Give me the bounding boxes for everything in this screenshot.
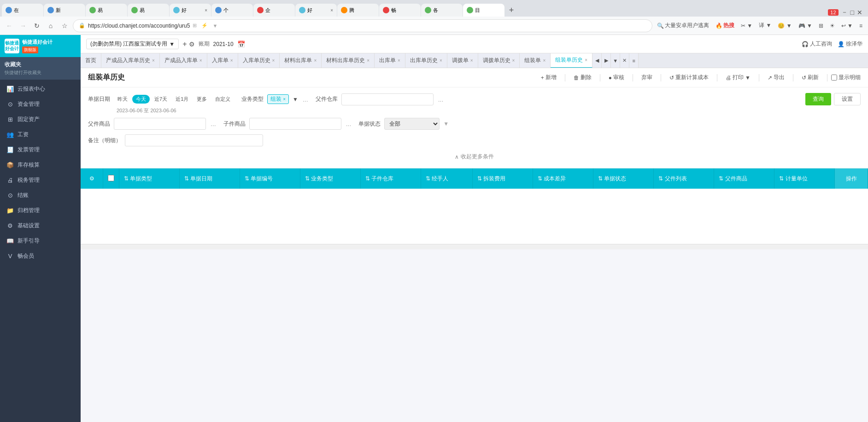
translate-btn[interactable]: 译 ▼ bbox=[757, 21, 773, 30]
tabs-scroll-right[interactable]: ▶ bbox=[602, 53, 611, 68]
sidebar-item-checkout[interactable]: ⊙ 结账 bbox=[0, 188, 81, 203]
recalc-button[interactable]: ↺ 重新计算成本 bbox=[665, 72, 713, 83]
minimize-button[interactable]: － bbox=[841, 8, 848, 17]
close-button[interactable]: ✕ bbox=[857, 9, 862, 16]
browser-tab-3[interactable]: 易 bbox=[86, 4, 127, 17]
hot-search-btn[interactable]: 🔥 热搜 bbox=[714, 21, 736, 30]
page-tab-out-bill[interactable]: 出库单 × bbox=[375, 53, 405, 68]
page-tab-in-history[interactable]: 入库单历史 × bbox=[238, 53, 280, 68]
abandon-button[interactable]: 弃审 bbox=[637, 72, 657, 83]
bottom-scrollbar[interactable] bbox=[81, 244, 868, 249]
browser-tab-10[interactable]: 畅 bbox=[379, 4, 421, 17]
show-detail-checkbox[interactable] bbox=[831, 75, 837, 81]
bill-status-select[interactable]: 全部 待审核 已审核 已弃审 bbox=[384, 118, 440, 130]
tab-close-finished-in[interactable]: × bbox=[199, 58, 202, 63]
tab-close-material-out[interactable]: × bbox=[314, 58, 317, 63]
new-tab-button[interactable]: + bbox=[505, 4, 518, 17]
tabs-close-all[interactable]: ✕ bbox=[620, 53, 629, 68]
service-button[interactable]: 🎧 人工咨询 bbox=[802, 40, 832, 48]
page-tab-out-history[interactable]: 出库单历史 × bbox=[405, 53, 447, 68]
print-button[interactable]: 🖨 打印 ▼ bbox=[721, 72, 755, 83]
sidebar-item-newbie[interactable]: 📖 新手引导 bbox=[0, 233, 81, 249]
page-tab-assembly[interactable]: 组装单 × bbox=[520, 53, 551, 68]
sidebar-item-tax-mgmt[interactable]: 🖨 税务管理 bbox=[0, 173, 81, 188]
parent-goods-input[interactable] bbox=[114, 118, 206, 130]
page-tab-finished-in[interactable]: 产成品入库单 × bbox=[160, 53, 207, 68]
sun-btn[interactable]: ☀ bbox=[828, 22, 837, 30]
sidebar-item-payroll[interactable]: 👥 工资 bbox=[0, 127, 81, 142]
sidebar-item-fixed-assets[interactable]: ⊞ 固定资产 bbox=[0, 112, 81, 127]
page-tab-transfer[interactable]: 调拨单 × bbox=[447, 53, 478, 68]
tab-close-in-bill[interactable]: × bbox=[230, 58, 233, 63]
tabs-settings[interactable]: ≡ bbox=[629, 53, 639, 68]
browser-tab-4[interactable]: 易 bbox=[128, 4, 169, 17]
child-goods-input[interactable] bbox=[249, 118, 341, 130]
tab-close-assembly[interactable]: × bbox=[543, 58, 545, 63]
date-btn-yesterday[interactable]: 昨天 bbox=[114, 95, 131, 104]
tab-close-transfer-history[interactable]: × bbox=[512, 58, 515, 63]
company-selector[interactable]: (勿删勿禁用) 江西服宝测试专用 ▼ bbox=[86, 39, 179, 49]
tab-close-out-history[interactable]: × bbox=[440, 58, 442, 63]
tab-close-finished-in-history[interactable]: × bbox=[152, 58, 155, 63]
url-dropdown-icon[interactable]: ▼ bbox=[212, 23, 217, 29]
date-btn-today[interactable]: 今天 bbox=[132, 95, 150, 104]
show-detail-area[interactable]: 显示明细 bbox=[831, 74, 861, 81]
delete-button[interactable]: 🗑 删除 bbox=[569, 72, 596, 83]
forward-button[interactable]: → bbox=[18, 20, 29, 31]
page-tab-material-out[interactable]: 材料出库单 × bbox=[280, 53, 322, 68]
tab-close-assembly-history[interactable]: × bbox=[585, 58, 587, 63]
search-button[interactable]: 查询 bbox=[805, 93, 831, 105]
note-input[interactable] bbox=[125, 134, 263, 146]
reload-button[interactable]: ↻ bbox=[31, 20, 42, 31]
search-area[interactable]: 🔍 大量安卓用户逃离 bbox=[655, 21, 711, 30]
add-company-button[interactable]: + bbox=[182, 40, 187, 48]
parent-warehouse-input[interactable] bbox=[341, 93, 434, 105]
home-button[interactable]: ⌂ bbox=[45, 20, 56, 31]
audit-button[interactable]: ● 审核 bbox=[604, 72, 629, 83]
sidebar-item-inventory[interactable]: 📦 库存核算 bbox=[0, 157, 81, 173]
sidebar-item-settings[interactable]: ⚙ 基础设置 bbox=[0, 218, 81, 233]
page-tab-home[interactable]: 首页 bbox=[81, 53, 101, 68]
tab-close-out-bill[interactable]: × bbox=[398, 58, 400, 63]
page-tab-finished-in-history[interactable]: 产成品入库单历史 × bbox=[101, 53, 160, 68]
biz-type-more[interactable]: ... bbox=[303, 96, 308, 103]
user-button[interactable]: 👤 徐泽华 bbox=[838, 40, 862, 48]
date-btn-more[interactable]: 更多 bbox=[193, 95, 211, 104]
browser-tab-7[interactable]: 企 bbox=[253, 4, 295, 17]
parent-goods-more[interactable]: ... bbox=[211, 120, 216, 127]
tab5-close[interactable]: × bbox=[205, 8, 207, 13]
tab-close-transfer[interactable]: × bbox=[470, 58, 473, 63]
bill-status-dropdown[interactable]: ▼ bbox=[443, 121, 449, 127]
biz-type-tag-close[interactable]: × bbox=[283, 97, 286, 102]
game-btn[interactable]: 🎮 ▼ bbox=[797, 22, 814, 30]
parent-warehouse-more[interactable]: ... bbox=[438, 96, 444, 103]
new-button[interactable]: + 新增 bbox=[536, 72, 561, 83]
bookmark-button[interactable]: ☆ bbox=[59, 20, 70, 31]
page-tab-in-bill[interactable]: 入库单 × bbox=[207, 53, 238, 68]
col-settings-btn[interactable]: ⚙ bbox=[85, 172, 98, 185]
date-btn-custom[interactable]: 自定义 bbox=[211, 95, 234, 104]
browser-tab-9[interactable]: 腾 bbox=[337, 4, 379, 17]
date-btn-1month[interactable]: 近1月 bbox=[172, 95, 192, 104]
sidebar-item-fund-mgmt[interactable]: ⊙ 资金管理 bbox=[0, 97, 81, 112]
grid-btn[interactable]: ⊞ bbox=[817, 22, 825, 30]
tab8-close[interactable]: × bbox=[330, 8, 333, 13]
topbar-settings-icon[interactable]: ⚙ bbox=[189, 40, 195, 48]
select-all-checkbox[interactable] bbox=[108, 175, 114, 181]
browser-tab-5[interactable]: 好 × bbox=[170, 4, 211, 17]
browser-tab-11[interactable]: 各 bbox=[421, 4, 463, 17]
menu-btn[interactable]: ≡ bbox=[857, 22, 864, 30]
tab-close-in-history[interactable]: × bbox=[272, 58, 275, 63]
date-btn-7days[interactable]: 近7天 bbox=[151, 95, 171, 104]
sidebar-item-invoice-mgmt[interactable]: 🧾 发票管理 bbox=[0, 142, 81, 157]
browser-tab-2[interactable]: 新 bbox=[44, 4, 85, 17]
refresh-button[interactable]: ↺ 刷新 bbox=[797, 72, 823, 83]
page-tab-assembly-history[interactable]: 组装单历史 × bbox=[551, 53, 592, 68]
biz-type-dropdown[interactable]: ▼ bbox=[293, 96, 298, 103]
browser-tab-1[interactable]: 在 bbox=[2, 4, 43, 17]
sidebar-item-membership[interactable]: V 畅会员 bbox=[0, 249, 81, 264]
scissors-btn[interactable]: ✂ ▼ bbox=[739, 22, 754, 30]
set-button[interactable]: 设置 bbox=[834, 93, 861, 105]
export-button[interactable]: ↗ 导出 bbox=[763, 72, 789, 83]
filter-collapse-btn[interactable]: ∧ 收起更多条件 bbox=[88, 151, 861, 162]
